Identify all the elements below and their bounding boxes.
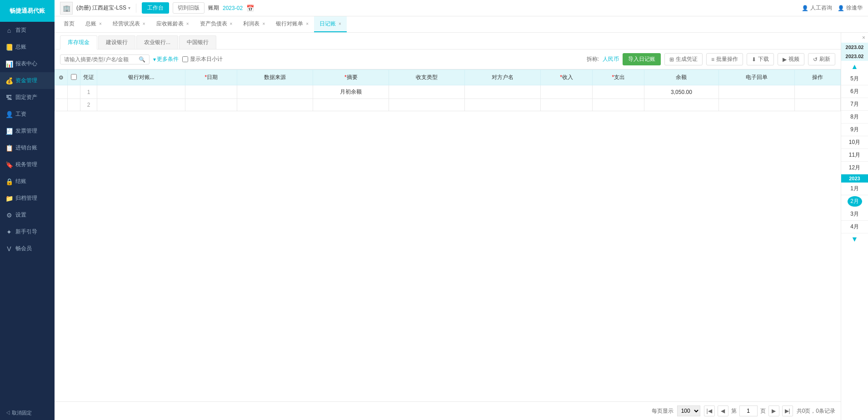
toolbar-actions: 拆称: 人民币 导入日记账 ⊞ 生成凭证 ≡ 批量操作 ⬇ 下载 [587,53,835,65]
sidebar-item-archive[interactable]: 📁 归档管理 [0,190,55,207]
currency-value[interactable]: 人民币 [603,55,619,63]
sidebar-item-close[interactable]: 🔒 结账 [0,173,55,190]
first-page-button[interactable]: |◀ [704,405,715,416]
tab-close-profit[interactable]: × [262,21,265,26]
table-footer: 每页显示 100 50 200 |◀ ◀ 第 页 ▶ ▶| 共0页，0条记录 [55,401,841,420]
page-label: 第 [731,407,737,415]
sidebar-item-salary[interactable]: 👤 工资 [0,106,55,123]
sidebar-item-settings[interactable]: ⚙ 设置 [0,207,55,223]
download-button[interactable]: ⬇ 下载 [747,53,774,65]
date-nav-down-icon[interactable]: ▼ [851,235,858,243]
calendar-icon[interactable]: 📅 [246,5,254,12]
sidebar-item-sales[interactable]: 📋 进销台账 [0,139,55,156]
tab-journal[interactable]: 日记账 × [314,16,347,32]
sidebar-item-ledger[interactable]: 📒 总账 [0,39,55,55]
next-page-button[interactable]: ▶ [768,405,779,416]
guide-icon: ✦ [5,228,13,236]
cell-operation-2[interactable] [794,99,840,111]
per-page-select[interactable]: 100 50 200 [677,405,700,416]
date-month-7[interactable]: 7月 [841,98,868,111]
workbench-button[interactable]: 工作台 [142,2,169,14]
sidebar-item-invoice[interactable]: 🧾 发票管理 [0,123,55,139]
subtab-cash[interactable]: 库存现金 [60,35,97,49]
settings-icon: ⚙ [5,212,13,219]
col-date: *日期 [185,70,237,85]
tab-bizstatus[interactable]: 经营状况表 × [107,16,151,32]
tab-close-receivable[interactable]: × [186,21,189,26]
search-icon[interactable]: 🔍 [139,56,145,63]
sidebar-item-tax[interactable]: 🔖 税务管理 [0,156,55,173]
unpin-sidebar[interactable]: ◁ 取消固定 [0,406,55,420]
tab-close-bank-rec[interactable]: × [306,21,309,26]
user-menu[interactable]: 👤 徐逢华 [838,4,863,12]
switch-version-button[interactable]: 切到旧版 [173,2,205,14]
date-month-11[interactable]: 11月 [841,149,868,162]
col-checkbox [68,70,80,85]
company-dropdown-icon: ▾ [128,5,130,10]
company-selector[interactable]: (勿册) 江西超宝-LSS ▾ [76,4,130,12]
search-box[interactable]: 🔍 [60,54,150,64]
tab-bank-rec[interactable]: 银行对账单 × [270,16,314,32]
date-month-8[interactable]: 8月 [841,111,868,124]
prev-page-button[interactable]: ◀ [718,405,728,416]
batch-icon: ≡ [711,56,714,63]
tab-receivable[interactable]: 应收账龄表 × [151,16,195,32]
sidebar-item-guide[interactable]: ✦ 新手引导 [0,223,55,240]
support-btn[interactable]: 👤 人工咨询 [802,4,832,12]
separator [136,4,136,13]
assets-icon: 🏗 [5,94,13,101]
tab-assets-liab[interactable]: 资产负债表 × [195,16,238,32]
date-month-12[interactable]: 12月 [841,162,868,174]
date-panel-close[interactable]: × [841,33,868,43]
date-month-10[interactable]: 10月 [841,136,868,149]
main-area: 🏢 (勿册) 江西超宝-LSS ▾ 工作台 切到旧版 账期 2023-02 📅 … [55,0,868,420]
import-journal-button[interactable]: 导入日记账 [623,53,661,65]
cell-operation-1[interactable] [794,85,840,99]
tab-close-bizstatus[interactable]: × [143,21,145,26]
show-daily-total-checkbox[interactable]: 显示本日小计 [182,55,223,63]
tab-profit[interactable]: 利润表 × [238,16,270,32]
cell-counterparty-1 [465,85,541,99]
tab-ledger[interactable]: 总账 × [80,16,107,32]
cell-source-1 [237,85,313,99]
date-month-9[interactable]: 9月 [841,124,868,136]
last-page-button[interactable]: ▶| [782,405,793,416]
period-value[interactable]: 2023-02 [223,5,243,11]
col-source: 数据来源 [237,70,313,85]
tab-close-assets-liab[interactable]: × [230,21,233,26]
subtab-boc[interactable]: 中国银行 [179,35,216,49]
date-month-3[interactable]: 3月 [841,208,868,221]
sidebar-item-funds[interactable]: 💰 资金管理 [0,72,55,89]
voucher-icon: ⊞ [669,56,674,63]
sidebar-item-home[interactable]: ⌂ 首页 [0,22,55,39]
date-month-4[interactable]: 4月 [841,221,868,233]
date-month-1[interactable]: 1月 [841,183,868,195]
download-icon: ⬇ [752,56,756,63]
date-month-5[interactable]: 5月 [841,73,868,85]
col-cashflow: 收支类型 [389,70,465,85]
subtab-abc[interactable]: 农业银行... [136,35,178,49]
page-input[interactable] [739,405,758,416]
refresh-button[interactable]: ↺ 刷新 [808,53,835,65]
sidebar-item-member[interactable]: V 畅会员 [0,240,55,257]
sidebar-item-reports[interactable]: 📊 报表中心 [0,55,55,72]
generate-voucher-button[interactable]: ⊞ 生成凭证 [664,53,703,65]
tab-close-ledger[interactable]: × [99,21,102,26]
col-settings[interactable]: ⚙ [55,70,68,85]
video-button[interactable]: ▶ 视频 [778,53,804,65]
date-month-6[interactable]: 6月 [841,85,868,98]
sidebar-item-assets[interactable]: 🏗 固定资产 [0,89,55,106]
col-bank-acc: 银行对账... [97,70,185,85]
tax-icon: 🔖 [5,161,13,168]
tab-close-journal[interactable]: × [339,21,341,26]
date-month-2[interactable]: 2月 [848,196,862,207]
date-panel: × 2023.02 2023.02 ▲ 5月 6月 7月 8月 9月 10月 1… [841,33,868,420]
subtab-ccb[interactable]: 建设银行 [98,35,135,49]
tab-home[interactable]: 首页 [58,16,80,32]
filter-button[interactable]: ▾ 更多条件 [153,55,179,63]
batch-operation-button[interactable]: ≡ 批量操作 [706,53,743,65]
show-daily-total-input[interactable] [182,56,188,62]
date-nav-up-icon[interactable]: ▲ [851,63,858,71]
select-all-checkbox[interactable] [71,74,77,80]
search-input[interactable] [64,56,137,63]
